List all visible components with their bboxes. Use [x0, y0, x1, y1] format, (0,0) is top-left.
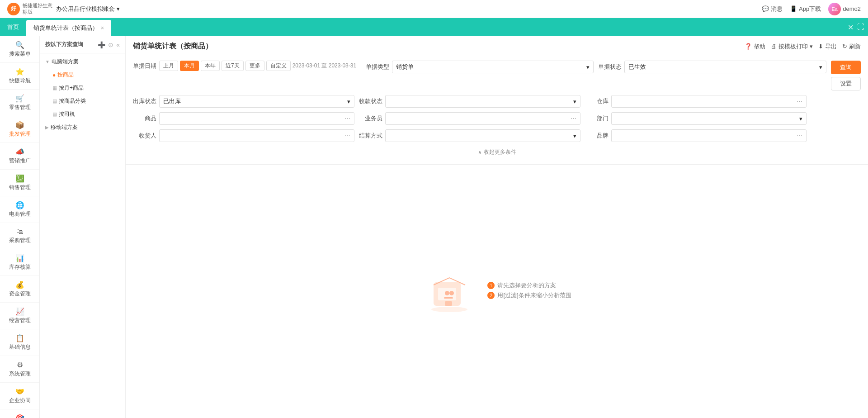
template-print-button[interactable]: 🖨 按模板打印 ▾	[771, 43, 813, 51]
recipient-input[interactable]: ···	[159, 129, 354, 142]
cashier-icon: ▤	[52, 111, 57, 117]
settings-button[interactable]: 设置	[831, 77, 861, 90]
sidebar-label-inventory: 库存核算	[2, 263, 38, 271]
collapse-bar[interactable]: ∧ 收起更多条件	[133, 146, 861, 159]
sidebar-item-finance[interactable]: 💰 资金管理	[0, 276, 39, 303]
date-this-month-button[interactable]: 本月	[180, 61, 199, 71]
tree-child-by-goods[interactable]: ● 按商品	[40, 68, 125, 81]
svg-rect-6	[445, 301, 452, 306]
refresh-button[interactable]: ↻ 刷新	[842, 43, 861, 51]
filter-area: 单据日期 上月 本月 本年 近7天 更多 自定义 2023-03-01 至 20…	[126, 55, 868, 165]
left-panel-actions: ➕ ⊙ «	[98, 41, 120, 48]
sidebar-label-search: 搜索菜单	[2, 50, 38, 58]
sidebar-item-cooperation[interactable]: 🤝 企业协同	[0, 383, 39, 409]
svg-point-4	[449, 291, 454, 295]
user-menu[interactable]: Ea demo2	[828, 3, 861, 15]
settlement-select[interactable]: ▾	[385, 129, 580, 142]
pay-status-select[interactable]: ▾	[385, 95, 580, 108]
doc-status-label: 单据状态	[598, 63, 622, 71]
brand-label: 品牌	[585, 132, 609, 140]
sidebar-item-ecommerce[interactable]: 🌐 电商管理	[0, 196, 39, 223]
goods-input[interactable]: ···	[159, 112, 354, 125]
left-panel-header: 按以下方案查询 ➕ ⊙ «	[40, 36, 125, 53]
warehouse-input[interactable]: ···	[611, 95, 807, 108]
sidebar-item-marketing[interactable]: 📣 营销推广	[0, 143, 39, 170]
settings-scheme-button[interactable]: ⊙	[108, 41, 113, 48]
doc-type-select[interactable]: 销货单 ▾	[392, 61, 594, 73]
tab-close-button[interactable]: ✕	[848, 23, 854, 32]
pay-status-chevron: ▾	[573, 98, 576, 105]
tab-close-icon[interactable]: ×	[101, 25, 104, 31]
add-scheme-button[interactable]: ➕	[98, 41, 105, 48]
app-selector[interactable]: 办公用品行业模拟账套 ▾	[56, 5, 120, 13]
hint-num-1: 1	[487, 282, 495, 289]
date-7days-button[interactable]: 近7天	[222, 61, 244, 71]
home-tab-label: 首页	[7, 23, 19, 31]
sidebar-label-sales: 销售管理	[2, 184, 38, 191]
date-last-month-button[interactable]: 上月	[159, 61, 178, 71]
main-layout: 🔍 搜索菜单 ⭐ 快捷导航 🛒 零售管理 📦 批发管理 📣 营销推广 💹 销售管…	[0, 36, 868, 418]
sidebar-label-system: 系统管理	[2, 370, 38, 378]
empty-text-area: 1 请先选择要分析的方案 2 用[过滤]条件来缩小分析范围	[487, 281, 571, 301]
query-btn-group: 查询 设置	[831, 61, 861, 90]
tab-maximize-button[interactable]: ⛶	[857, 23, 864, 31]
sidebar-label-quick: 快捷导航	[2, 77, 38, 85]
active-dot-icon: ●	[52, 72, 56, 78]
tree-root-pc-label: 电脑端方案	[52, 58, 79, 66]
sidebar-label-wholesale: 批发管理	[2, 130, 38, 138]
tree-root-pc[interactable]: ▼ 电脑端方案	[40, 55, 125, 68]
sidebar-item-inventory[interactable]: 📊 库存核算	[0, 249, 39, 276]
sidebar-item-retail[interactable]: 🛒 零售管理	[0, 90, 39, 116]
refresh-icon: ↻	[842, 43, 847, 50]
message-button[interactable]: 💬 消息	[762, 5, 783, 13]
chevron-down-icon: ▾	[117, 5, 120, 12]
export-icon: ⬇	[818, 43, 823, 50]
basic-icon: 📋	[2, 334, 38, 342]
sidebar-item-operations[interactable]: 📈 经营管理	[0, 303, 39, 329]
guide-icon: 🎯	[2, 414, 38, 418]
sidebar-label-marketing: 营销推广	[2, 157, 38, 165]
sidebar-label-ecommerce: 电商管理	[2, 210, 38, 218]
empty-hint-1: 1 请先选择要分析的方案	[487, 281, 571, 290]
tree-child-by-category[interactable]: ▤ 按商品分类	[40, 95, 125, 108]
recipient-dots: ···	[344, 132, 350, 140]
tree-root-mobile-label: 移动端方案	[51, 124, 78, 131]
logo-area: 好 畅捷通好生意 标版	[7, 3, 52, 15]
operations-icon: 📈	[2, 307, 38, 316]
empty-hint-2: 2 用[过滤]条件来缩小分析范围	[487, 291, 571, 299]
sidebar-item-sales[interactable]: 💹 销售管理	[0, 170, 39, 196]
salesman-input[interactable]: ···	[385, 112, 580, 125]
download-icon: 📱	[790, 5, 797, 12]
out-status-chevron: ▾	[347, 98, 350, 105]
out-status-select[interactable]: 已出库 ▾	[159, 95, 354, 108]
query-button[interactable]: 查询	[831, 61, 861, 74]
header-right: 💬 消息 📱 App下载 Ea demo2	[762, 3, 861, 15]
doc-status-select[interactable]: 已生效 ▾	[624, 61, 826, 73]
tree-root-mobile[interactable]: ▶ 移动端方案	[40, 121, 125, 134]
sidebar-item-wholesale[interactable]: 📦 批发管理	[0, 116, 39, 143]
sidebar-item-system[interactable]: ⚙ 系统管理	[0, 356, 39, 383]
tree-child-by-cashier[interactable]: ▤ 按司机	[40, 108, 125, 121]
sidebar-item-purchase[interactable]: 🛍 采购管理	[0, 223, 39, 249]
help-button[interactable]: ❓ 帮助	[745, 43, 765, 51]
collapse-panel-button[interactable]: «	[116, 41, 120, 48]
sidebar-item-basic[interactable]: 📋 基础信息	[0, 329, 39, 356]
department-select[interactable]: ▾	[611, 112, 807, 125]
tab-home[interactable]: 首页	[0, 18, 26, 36]
tree-child-by-month[interactable]: ▦ 按月+商品	[40, 81, 125, 95]
sidebar-item-quick[interactable]: ⭐ 快捷导航	[0, 63, 39, 90]
sidebar-item-search[interactable]: 🔍 搜索菜单	[0, 36, 39, 63]
tab-report[interactable]: 销货单统计表（按商品） ×	[26, 20, 111, 36]
sidebar-label-purchase: 采购管理	[2, 237, 38, 244]
app-download-button[interactable]: 📱 App下载	[790, 5, 821, 13]
date-range-text: 2023-03-01 至 2023-03-31	[292, 62, 356, 70]
sidebar-label-basic: 基础信息	[2, 343, 38, 351]
sidebar-item-guide[interactable]: 🎯 新手引导	[0, 409, 39, 418]
brand-input[interactable]: ···	[611, 129, 807, 142]
cooperation-icon: 🤝	[2, 387, 38, 396]
date-more-button[interactable]: 更多	[245, 61, 264, 71]
date-this-year-button[interactable]: 本年	[201, 61, 220, 71]
export-button[interactable]: ⬇ 导出	[818, 43, 837, 51]
message-icon: 💬	[762, 5, 769, 12]
date-custom-button[interactable]: 自定义	[266, 61, 291, 71]
